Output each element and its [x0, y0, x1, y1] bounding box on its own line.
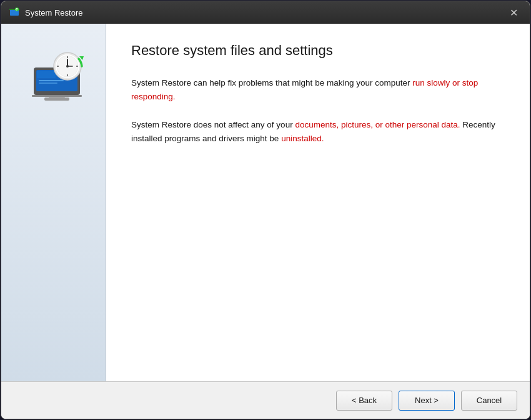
desc2-text1: System Restore does not affect any of yo… [131, 120, 295, 129]
svg-rect-21 [32, 95, 82, 97]
cancel-button[interactable]: Cancel [461, 391, 517, 411]
svg-rect-8 [39, 80, 64, 81]
title-bar-text: System Restore [25, 8, 500, 18]
footer: < Back Next > Cancel [1, 381, 530, 419]
title-bar: System Restore ✕ [1, 1, 530, 24]
system-restore-window: System Restore ✕ [1, 1, 530, 419]
desc1-text1: System Restore can help fix problems tha… [131, 78, 412, 88]
next-button[interactable]: Next > [399, 391, 455, 411]
right-panel: Restore system files and settings System… [106, 24, 530, 381]
content-area: Restore system files and settings System… [1, 24, 530, 381]
wizard-illustration [22, 42, 85, 111]
svg-rect-7 [37, 71, 56, 78]
desc2-red1: documents, pictures, or other personal d… [295, 120, 460, 129]
left-panel [1, 24, 106, 381]
app-icon [9, 7, 20, 18]
description-2: System Restore does not affect any of yo… [131, 118, 505, 145]
description-1: System Restore can help fix problems tha… [131, 76, 505, 103]
back-button[interactable]: < Back [336, 391, 392, 411]
svg-rect-4 [44, 98, 69, 101]
close-button[interactable]: ✕ [505, 6, 522, 19]
page-title: Restore system files and settings [131, 42, 505, 59]
desc2-red2: uninstalled. [281, 134, 324, 143]
svg-point-2 [15, 8, 19, 11]
svg-rect-9 [39, 82, 57, 84]
svg-point-19 [66, 65, 69, 68]
